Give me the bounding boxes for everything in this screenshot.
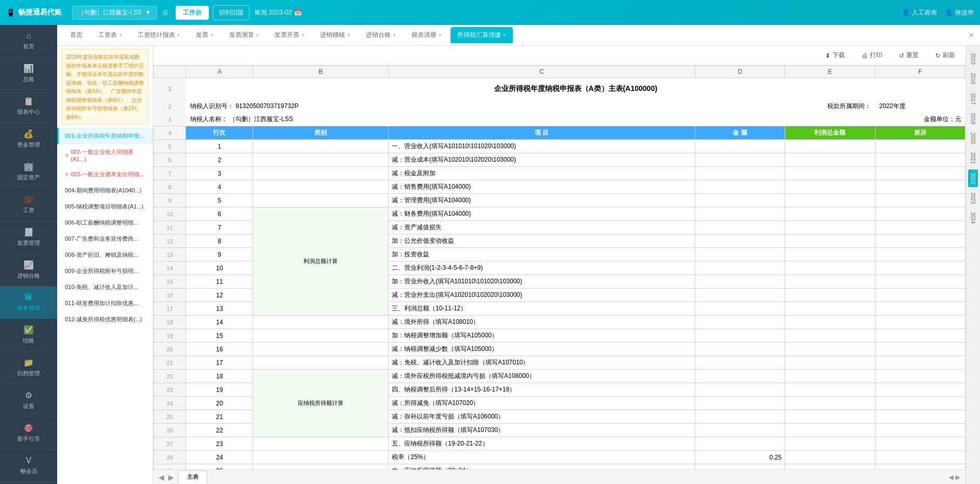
- cell-amount-9[interactable]: [695, 248, 785, 261]
- cell-amount-3[interactable]: [695, 167, 785, 180]
- cell-index-9[interactable]: 9: [186, 248, 253, 261]
- cell-profit-1[interactable]: [785, 140, 875, 153]
- cell-diff-12[interactable]: [875, 289, 965, 302]
- cell-diff-7[interactable]: [875, 221, 965, 234]
- cell-profit-8[interactable]: [785, 234, 875, 248]
- cell-amount-25[interactable]: [695, 464, 785, 470]
- nav-next-icon[interactable]: ▶: [168, 473, 174, 481]
- tab-invoice-issue[interactable]: 发票开票 ×: [268, 27, 311, 43]
- cell-index-17[interactable]: 17: [186, 356, 253, 370]
- tab-invoice[interactable]: 发票 ×: [189, 27, 220, 43]
- cell-amount-4[interactable]: [695, 180, 785, 194]
- cell-profit-15[interactable]: [785, 329, 875, 343]
- cell-index-4[interactable]: 4: [186, 180, 253, 194]
- nav-prev-icon[interactable]: ◀: [158, 473, 164, 481]
- form-list-item-001[interactable]: 001-企业所得税年度纳税申报...: [57, 128, 153, 144]
- cell-diff-24[interactable]: [875, 451, 965, 464]
- cell-diff-18[interactable]: [875, 370, 965, 383]
- sheet-tab-main[interactable]: 主表: [178, 470, 207, 483]
- form-list-item-009[interactable]: 009-企业所得税附补亏损明...: [57, 263, 153, 279]
- sidebar-item-report[interactable]: 📋 报表中心: [0, 90, 57, 123]
- sidebar-item-invoice[interactable]: 🧾 发票管理: [0, 221, 57, 254]
- cell-item-9[interactable]: 加：投资收益: [389, 248, 695, 261]
- form-list-item-011[interactable]: 011-研发费用加计扣除优惠...: [57, 295, 153, 311]
- cell-diff-10[interactable]: [875, 261, 965, 275]
- cell-diff-5[interactable]: [875, 194, 965, 207]
- form-list-item-012[interactable]: 012-减免所得税优惠明细表(...): [57, 311, 153, 328]
- tab-invoice-calc[interactable]: 发票测算 ×: [222, 27, 266, 43]
- sidebar-item-fixed[interactable]: 🏢 固定资产: [0, 155, 57, 188]
- cell-amount-2[interactable]: [695, 153, 785, 167]
- cell-amount-22[interactable]: [695, 424, 785, 437]
- cell-profit-22[interactable]: [785, 424, 875, 437]
- tab-tax-list-close[interactable]: ×: [439, 32, 442, 38]
- tab-sales-ledger[interactable]: 进销台账 ×: [359, 27, 403, 43]
- tab-verify[interactable]: 进销稽核 ×: [313, 27, 357, 43]
- cell-index-1[interactable]: 1: [186, 140, 253, 153]
- tab-salary-report-close[interactable]: ×: [177, 32, 180, 38]
- cell-diff-15[interactable]: [875, 329, 965, 343]
- form-list-item-007[interactable]: 007-广告费和业务宣传费跨...: [57, 231, 153, 247]
- tab-sales-ledger-close[interactable]: ×: [393, 32, 396, 38]
- refresh-button[interactable]: ↻ 刷新: [931, 49, 959, 62]
- cell-index-5[interactable]: 5: [186, 194, 253, 207]
- cell-amount-15[interactable]: [695, 329, 785, 343]
- cell-index-22[interactable]: 22: [186, 424, 253, 437]
- tab-salary-report[interactable]: 工资统计报表 ×: [131, 27, 187, 43]
- sidebar-item-salary[interactable]: 💼 工资: [0, 188, 57, 221]
- cell-item-1[interactable]: 一、营业收入(填写A101010\101020\103000): [389, 140, 695, 153]
- cell-amount-1[interactable]: [695, 140, 785, 153]
- form-list-item-002[interactable]: ⊙ 002-一般企业收入明细表(A1...): [57, 144, 153, 166]
- cell-diff-25[interactable]: [875, 464, 965, 470]
- cell-profit-7[interactable]: [785, 221, 875, 234]
- cell-item-16[interactable]: 减：纳税调整减少数（填写A105000）: [389, 343, 695, 356]
- form-list-item-006[interactable]: 006-职工薪酬纳税调整明细...: [57, 215, 153, 231]
- cell-amount-20[interactable]: [695, 397, 785, 410]
- form-list-item-004[interactable]: 004-期间费用明细表(A1040...): [57, 182, 153, 199]
- tab-salary-close[interactable]: ×: [119, 32, 122, 38]
- form-list-item-010[interactable]: 010-免税、减计收入及加计...: [57, 279, 153, 295]
- cell-amount-13[interactable]: [695, 302, 785, 316]
- tab-invoice-calc-close[interactable]: ×: [256, 32, 259, 38]
- cell-amount-21[interactable]: [695, 410, 785, 424]
- cell-profit-9[interactable]: [785, 248, 875, 261]
- cell-diff-1[interactable]: [875, 140, 965, 153]
- cell-diff-14[interactable]: [875, 316, 965, 329]
- sidebar-item-ledger[interactable]: 📊 总账: [0, 57, 57, 90]
- cell-profit-2[interactable]: [785, 153, 875, 167]
- sidebar-item-guide[interactable]: 🎯 新手引导: [0, 417, 57, 450]
- cell-profit-19[interactable]: [785, 383, 875, 397]
- form-list-item-003[interactable]: ⊙ 003-一般企业成本支出明细...: [57, 166, 153, 182]
- scroll-left-icon[interactable]: ◀: [949, 474, 953, 481]
- year-tag-2018[interactable]: 2018: [968, 110, 978, 127]
- cell-profit-14[interactable]: [785, 316, 875, 329]
- sidebar-item-archive[interactable]: 📁 归档管理: [0, 351, 57, 384]
- cell-profit-16[interactable]: [785, 343, 875, 356]
- cell-index-3[interactable]: 3: [186, 167, 253, 180]
- form-list-item-005[interactable]: 005-纳税调整项目明细表(A1...): [57, 199, 153, 215]
- cell-index-21[interactable]: 21: [186, 410, 253, 424]
- form-list-item-008[interactable]: 008-资产折旧、摊销及纳税...: [57, 247, 153, 263]
- workstation-button[interactable]: 工作台: [176, 6, 209, 20]
- cell-item-4[interactable]: 减：销售费用(填写A104000): [389, 180, 695, 194]
- cell-profit-3[interactable]: [785, 167, 875, 180]
- cell-item-6[interactable]: 减：财务费用(填写A104000): [389, 207, 695, 221]
- cell-index-18[interactable]: 18: [186, 370, 253, 383]
- sidebar-item-tax[interactable]: 🏛 税务管理: [0, 286, 57, 319]
- tab-tax-annual[interactable]: 所得税汇算清缴 ×: [451, 27, 513, 43]
- cell-diff-2[interactable]: [875, 153, 965, 167]
- reset-button[interactable]: ↺ 重置: [895, 49, 923, 62]
- cell-diff-17[interactable]: [875, 356, 965, 370]
- tab-tax-list[interactable]: 税表清册 ×: [405, 27, 448, 43]
- cell-profit-20[interactable]: [785, 397, 875, 410]
- year-tag-2017[interactable]: 2017: [968, 90, 978, 108]
- print-button[interactable]: 🖨 打印: [857, 49, 886, 62]
- year-tag-2016[interactable]: 2016: [968, 70, 978, 87]
- cell-amount-5[interactable]: [695, 194, 785, 207]
- cell-item-22[interactable]: 减：抵扣应纳税所得额（填写A107030）: [389, 424, 695, 437]
- cell-item-5[interactable]: 减：管理费用(填写A104000): [389, 194, 695, 207]
- cell-item-21[interactable]: 减：弥补以前年度亏损（填写A106000）: [389, 410, 695, 424]
- print-icon[interactable]: 🖨: [162, 9, 168, 16]
- cell-profit-12[interactable]: [785, 289, 875, 302]
- cell-diff-6[interactable]: [875, 207, 965, 221]
